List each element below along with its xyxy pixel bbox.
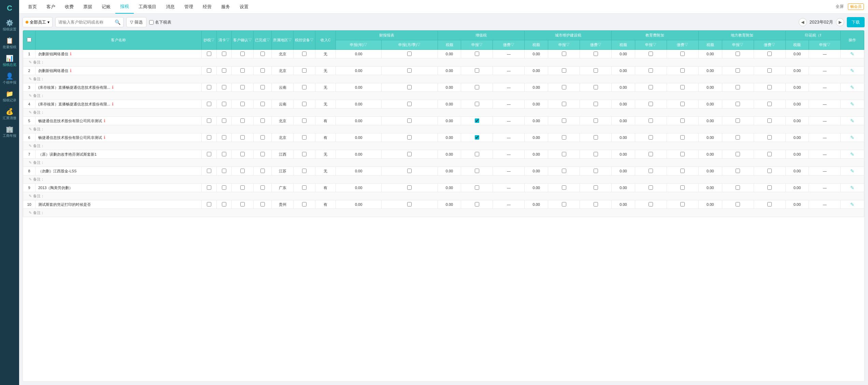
tax-device-checkbox-7[interactable] [302, 152, 307, 156]
local-fee-checkbox-10[interactable] [767, 202, 772, 206]
edu-fee-checkbox-6[interactable] [680, 135, 685, 140]
vat-declare-checkbox-6[interactable] [475, 135, 479, 140]
urban-declare-checkbox-4[interactable] [562, 102, 566, 106]
local-declare-checkbox-9[interactable] [736, 185, 740, 190]
declared-checkbox-10[interactable] [260, 202, 265, 206]
tax-device-checkbox-3[interactable] [302, 85, 307, 89]
edit-icon-8[interactable]: ✎ [850, 168, 854, 174]
urban-fee-checkbox-7[interactable] [594, 152, 598, 156]
nav-customer[interactable]: 客户 [42, 0, 60, 14]
edit-icon-6[interactable]: ✎ [850, 135, 854, 140]
tax-copy-checkbox-9[interactable] [207, 185, 211, 190]
clear-card-checkbox-7[interactable] [222, 152, 226, 156]
tax-copy-checkbox-3[interactable] [207, 85, 211, 89]
confirm-checkbox-2[interactable] [240, 68, 245, 73]
name-table-checkbox[interactable] [149, 20, 154, 25]
finance-month-checkbox-2[interactable] [407, 68, 412, 73]
vip-badge[interactable]: 畅会员 [848, 3, 864, 10]
edit-icon-1[interactable]: ✎ [850, 51, 854, 57]
finance-month-checkbox-6[interactable] [407, 135, 412, 140]
urban-declare-checkbox-6[interactable] [562, 135, 566, 140]
name-table-checkbox-label[interactable]: 名下税表 [149, 19, 171, 25]
remark-edit-icon-5[interactable]: ✎ [29, 127, 32, 131]
confirm-checkbox-1[interactable] [240, 52, 245, 56]
prev-month-button[interactable]: ◀ [799, 18, 807, 26]
urban-fee-checkbox-3[interactable] [594, 85, 598, 89]
remark-edit-icon-3[interactable]: ✎ [29, 94, 32, 98]
confirm-checkbox-10[interactable] [240, 202, 245, 206]
tax-device-checkbox-1[interactable] [302, 52, 307, 56]
confirm-checkbox-3[interactable] [240, 85, 245, 89]
edit-icon-10[interactable]: ✎ [850, 202, 854, 207]
urban-declare-checkbox-1[interactable] [562, 52, 566, 56]
finance-month-checkbox-3[interactable] [407, 85, 412, 89]
nav-billing[interactable]: 收费 [60, 0, 79, 14]
clear-card-checkbox-6[interactable] [222, 135, 226, 140]
vat-declare-checkbox-5[interactable] [475, 118, 479, 123]
select-all-checkbox[interactable] [27, 38, 31, 42]
urban-declare-checkbox-3[interactable] [562, 85, 566, 89]
download-button[interactable]: 下载 [847, 17, 865, 27]
sidebar-item-batch-tax[interactable]: 📋 批量报税 [0, 34, 19, 52]
tax-device-checkbox-8[interactable] [302, 169, 307, 173]
vat-declare-checkbox-7[interactable] [475, 152, 479, 156]
confirm-checkbox-4[interactable] [240, 102, 245, 106]
local-declare-checkbox-1[interactable] [736, 52, 740, 56]
urban-fee-checkbox-9[interactable] [594, 185, 598, 190]
urban-declare-checkbox-5[interactable] [562, 118, 566, 123]
clear-card-checkbox-2[interactable] [222, 68, 226, 73]
tax-copy-checkbox-7[interactable] [207, 152, 211, 156]
urban-declare-checkbox-8[interactable] [562, 169, 566, 173]
remark-edit-icon-1[interactable]: ✎ [29, 60, 32, 64]
tax-device-checkbox-9[interactable] [302, 185, 307, 190]
finance-month-checkbox-8[interactable] [407, 169, 412, 173]
edu-fee-checkbox-8[interactable] [680, 169, 685, 173]
edu-fee-checkbox-2[interactable] [680, 68, 685, 73]
local-fee-checkbox-5[interactable] [767, 118, 772, 123]
remark-edit-icon-10[interactable]: ✎ [29, 211, 32, 215]
finance-month-checkbox-1[interactable] [407, 52, 412, 56]
tax-copy-checkbox-6[interactable] [207, 135, 211, 140]
confirm-checkbox-8[interactable] [240, 169, 245, 173]
urban-declare-checkbox-9[interactable] [562, 185, 566, 190]
nav-settings[interactable]: 设置 [235, 0, 253, 14]
declared-checkbox-7[interactable] [260, 152, 265, 156]
local-declare-checkbox-5[interactable] [736, 118, 740, 123]
urban-declare-checkbox-2[interactable] [562, 68, 566, 73]
tax-copy-checkbox-5[interactable] [207, 118, 211, 123]
search-input[interactable] [58, 20, 115, 25]
edu-declare-checkbox-8[interactable] [649, 169, 653, 173]
edu-fee-checkbox-5[interactable] [680, 118, 685, 123]
employee-filter-select[interactable]: 全部员工 ▾ [23, 17, 53, 27]
local-declare-checkbox-8[interactable] [736, 169, 740, 173]
nav-industrial[interactable]: 工商项目 [134, 0, 161, 14]
tax-copy-checkbox-1[interactable] [207, 52, 211, 56]
vat-declare-checkbox-3[interactable] [475, 85, 479, 89]
tax-device-checkbox-6[interactable] [302, 135, 307, 140]
finance-month-checkbox-10[interactable] [407, 202, 412, 206]
finance-month-checkbox-9[interactable] [407, 185, 412, 190]
tax-device-checkbox-4[interactable] [302, 102, 307, 106]
local-fee-checkbox-9[interactable] [767, 185, 772, 190]
urban-fee-checkbox-5[interactable] [594, 118, 598, 123]
clear-card-checkbox-3[interactable] [222, 85, 226, 89]
next-month-button[interactable]: ▶ [836, 18, 844, 26]
local-fee-checkbox-4[interactable] [767, 102, 772, 106]
declared-checkbox-8[interactable] [260, 169, 265, 173]
declared-checkbox-4[interactable] [260, 102, 265, 106]
edit-icon-3[interactable]: ✎ [850, 85, 854, 90]
sidebar-item-tax-records[interactable]: 📁 报税记录 [0, 87, 19, 105]
urban-declare-checkbox-7[interactable] [562, 152, 566, 156]
clear-card-checkbox-10[interactable] [222, 202, 226, 206]
vat-declare-checkbox-10[interactable] [475, 202, 479, 206]
edu-fee-checkbox-4[interactable] [680, 102, 685, 106]
vat-declare-checkbox-4[interactable] [475, 102, 479, 106]
local-declare-checkbox-4[interactable] [736, 102, 740, 106]
edit-icon-2[interactable]: ✎ [850, 68, 854, 73]
local-fee-checkbox-3[interactable] [767, 85, 772, 89]
edu-fee-checkbox-10[interactable] [680, 202, 685, 206]
tax-device-checkbox-5[interactable] [302, 118, 307, 123]
sidebar-item-settlement[interactable]: 💰 汇算清缴 [0, 105, 19, 123]
remark-edit-icon-2[interactable]: ✎ [29, 77, 32, 81]
urban-fee-checkbox-1[interactable] [594, 52, 598, 56]
